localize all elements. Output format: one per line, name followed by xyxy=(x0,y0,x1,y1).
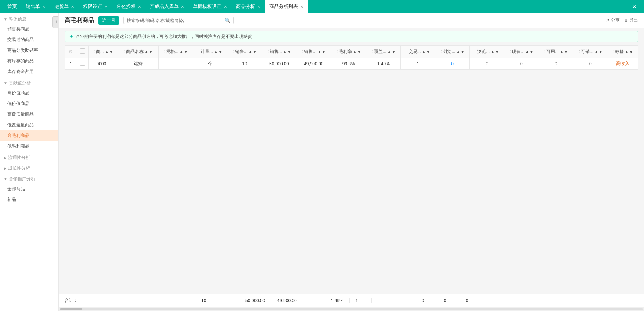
row-name: 运费 xyxy=(118,58,158,70)
nav-item-商品分析列表[interactable]: 商品分析列表✕ xyxy=(265,0,308,13)
row-tag: 高收入 xyxy=(608,58,638,70)
browse1-link[interactable]: 0 xyxy=(451,61,454,66)
sort-icon[interactable]: ▲▼ xyxy=(353,49,361,54)
sort-icon[interactable]: ▲▼ xyxy=(179,49,188,54)
nav-close-icon[interactable]: ✕ xyxy=(257,4,260,9)
horizontal-scrollbar[interactable] xyxy=(59,307,644,311)
col-header-17: :标签▲▼ xyxy=(608,46,638,58)
sort-icon[interactable]: ▲▼ xyxy=(387,49,396,54)
nav-close-icon[interactable]: ✕ xyxy=(300,4,303,9)
row-checkbox[interactable] xyxy=(80,61,85,66)
sort-icon[interactable]: ▲▼ xyxy=(144,49,153,54)
row-sales1: 10 xyxy=(227,58,262,70)
filter-period-button[interactable]: 近一月 xyxy=(98,16,119,25)
search-icon[interactable]: 🔍 xyxy=(224,18,230,23)
select-all-checkbox[interactable] xyxy=(80,48,85,54)
row-stock3: 0 xyxy=(573,58,608,70)
sidebar-item-交易过的商品[interactable]: 交易过的商品 xyxy=(0,35,58,45)
nav-close-icon[interactable]: ✕ xyxy=(42,4,46,9)
footer-cell-8: 49,900.00 xyxy=(271,298,303,303)
footer-cell-10: 1.49% xyxy=(325,298,350,303)
resize-handle: : xyxy=(337,49,338,54)
scrollbar-track[interactable] xyxy=(60,308,643,310)
sidebar-group-title[interactable]: ▼ 贡献值分析 xyxy=(0,77,58,88)
sidebar-item-商品分类助销率[interactable]: 商品分类助销率 xyxy=(0,45,58,56)
sort-icon[interactable]: ▲▼ xyxy=(105,49,114,54)
nav-item-商品分析[interactable]: 商品分析✕ xyxy=(231,0,265,13)
arrow-icon: ▶ xyxy=(4,166,7,170)
sidebar-group-流通性分析: ▶ 流通性分析 xyxy=(0,152,58,162)
sidebar-item-低毛利商品[interactable]: 低毛利商品 xyxy=(0,141,58,152)
share-button[interactable]: ↗ 分享 xyxy=(606,17,620,23)
nav-close-icon[interactable]: ✕ xyxy=(138,4,141,9)
nav-close-icon[interactable]: ✕ xyxy=(71,4,74,9)
sidebar-item-高毛利商品[interactable]: 高毛利商品 xyxy=(0,130,58,141)
sidebar-item-销售类商品[interactable]: 销售类商品 xyxy=(0,24,58,35)
table-container[interactable]: ⚙:商...▲▼:商品名称▲▼:规格...▲▼:计量...▲▼:销售...▲▼:… xyxy=(59,45,644,294)
sort-icon[interactable]: ▲▼ xyxy=(594,49,603,54)
sidebar-item-全部商品[interactable]: 全部商品 xyxy=(0,184,58,194)
sort-icon[interactable]: ▲▼ xyxy=(625,49,633,54)
sidebar-item-新品[interactable]: 新品 xyxy=(0,194,58,205)
sidebar-collapse-button[interactable]: 《 xyxy=(52,16,59,28)
sidebar-item-低价值商品[interactable]: 低价值商品 xyxy=(0,98,58,109)
nav-item-进货单[interactable]: 进货单✕ xyxy=(50,0,79,13)
sidebar-item-高价值商品[interactable]: 高价值商品 xyxy=(0,88,58,98)
row-sales2: 50,000.00 xyxy=(262,58,296,70)
nav-item-产成品入库单[interactable]: 产成品入库单✕ xyxy=(145,0,188,13)
footer-cell-5: 10 xyxy=(195,298,217,303)
sidebar-group-贡献值分析: ▼ 贡献值分析高价值商品低价值商品高覆盖量商品低覆盖量商品高毛利商品低毛利商品 xyxy=(0,77,58,152)
scrollbar-thumb[interactable] xyxy=(60,308,82,310)
row-stock1: 0 xyxy=(504,58,539,70)
nav-item-权限设置[interactable]: 权限设置✕ xyxy=(79,0,112,13)
sidebar-group-title[interactable]: ▶ 流通性分析 xyxy=(0,152,58,162)
sort-icon[interactable]: ▲▼ xyxy=(422,49,431,54)
sort-icon[interactable]: ▲▼ xyxy=(560,49,568,54)
sort-icon[interactable]: ▲▼ xyxy=(490,49,499,54)
nav-item-首页[interactable]: 首页 xyxy=(3,0,21,13)
close-window-button[interactable]: ✕ xyxy=(627,3,641,10)
row-tag-label: 高收入 xyxy=(616,61,629,66)
row-sales3: 49,900.00 xyxy=(296,58,331,70)
nav-close-icon[interactable]: ✕ xyxy=(224,4,227,9)
row-transaction: 1 xyxy=(401,58,435,70)
sidebar-item-低覆盖量商品[interactable]: 低覆盖量商品 xyxy=(0,120,58,130)
sort-icon[interactable]: ▲▼ xyxy=(525,49,534,54)
sidebar-item-有库存的商品[interactable]: 有库存的商品 xyxy=(0,56,58,66)
sidebar-group-整体信息: ▼ 整体信息销售类商品交易过的商品商品分类助销率有库存的商品库存资金占用 xyxy=(0,13,58,77)
sidebar-group-title[interactable]: ▶ 成长性分析 xyxy=(0,162,58,173)
sidebar-group-title[interactable]: ▼ 整体信息 xyxy=(0,13,58,24)
arrow-icon: ▼ xyxy=(4,17,7,21)
sidebar-item-高覆盖量商品[interactable]: 高覆盖量商品 xyxy=(0,109,58,120)
row-unit: 个 xyxy=(193,58,227,70)
col-header-8: :销售...▲▼ xyxy=(296,46,331,58)
resize-handle: : xyxy=(372,49,373,54)
content-header: 高毛利商品 近一月 🔍 ↗ 分享 ⬇ 导出 xyxy=(59,13,644,28)
export-button[interactable]: ⬇ 导出 xyxy=(624,17,638,23)
sort-icon[interactable]: ▲▼ xyxy=(317,49,326,54)
nav-close-icon[interactable]: ✕ xyxy=(181,4,184,9)
nav-item-单据模板设置[interactable]: 单据模板设置✕ xyxy=(188,0,231,13)
share-icon: ↗ xyxy=(606,18,609,23)
sort-icon[interactable]: ▲▼ xyxy=(248,49,257,54)
row-spec xyxy=(158,58,193,70)
sidebar: 《 ▼ 整体信息销售类商品交易过的商品商品分类助销率有库存的商品库存资金占用▼ … xyxy=(0,13,59,311)
data-table: ⚙:商...▲▼:商品名称▲▼:规格...▲▼:计量...▲▼:销售...▲▼:… xyxy=(65,45,638,70)
search-input[interactable] xyxy=(127,18,224,23)
sort-icon[interactable]: ▲▼ xyxy=(456,49,465,54)
resize-handle: : xyxy=(510,49,511,54)
sort-icon[interactable]: ▲▼ xyxy=(214,49,223,54)
nav-close-icon[interactable]: ✕ xyxy=(104,4,108,9)
row-stock2: 0 xyxy=(539,58,573,70)
resize-handle: : xyxy=(124,49,125,54)
export-icon: ⬇ xyxy=(624,18,628,23)
nav-item-角色授权[interactable]: 角色授权✕ xyxy=(112,0,145,13)
row-gross-rate: 99.8% xyxy=(331,58,366,70)
resize-handle: : xyxy=(164,49,165,54)
arrow-icon: ▶ xyxy=(4,156,7,160)
sort-icon[interactable]: ▲▼ xyxy=(283,49,292,54)
nav-item-销售单[interactable]: 销售单✕ xyxy=(21,0,50,13)
sidebar-item-库存资金占用[interactable]: 库存资金占用 xyxy=(0,66,58,77)
col-header-5: :计量...▲▼ xyxy=(193,46,227,58)
sidebar-group-title[interactable]: ▼ 营销推广分析 xyxy=(0,173,58,184)
